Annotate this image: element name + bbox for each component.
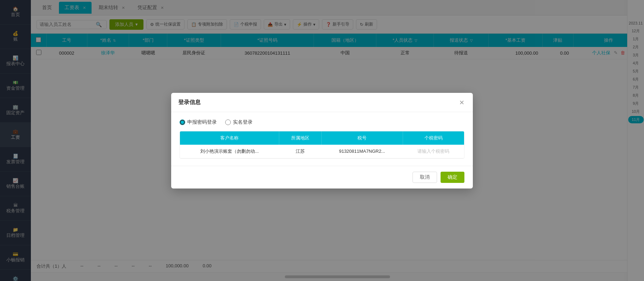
radio-realname-login[interactable]: 实名登录 xyxy=(225,119,253,125)
radio-password-login[interactable]: 申报密码登录 xyxy=(180,119,217,125)
modal-table-wrap: 客户名称 所属地区 税号 个税密码 刘小艳演示账套（勿删勿动... xyxy=(180,131,464,159)
modal-header: 登录信息 ✕ xyxy=(171,93,473,112)
modal-td-region: 江苏 xyxy=(279,145,321,158)
modal-body: 申报密码登录 实名登录 客户名称 所属地区 税号 个税密码 xyxy=(171,112,473,166)
modal-td-tax-id: 91320811MA7NGR2... xyxy=(321,145,403,158)
modal-table-row: 刘小艳演示账套（勿删勿动... 江苏 91320811MA7NGR2... 请输… xyxy=(180,145,464,158)
modal-td-password[interactable]: 请输入个税密码 xyxy=(403,145,464,158)
login-modal: 登录信息 ✕ 申报密码登录 实名登录 客户名称 xyxy=(171,93,473,189)
modal-table-header: 客户名称 所属地区 税号 个税密码 xyxy=(180,131,464,145)
modal-customer-table: 客户名称 所属地区 税号 个税密码 刘小艳演示账套（勿删勿动... xyxy=(180,131,464,158)
modal-footer: 取消 确定 xyxy=(171,166,473,189)
confirm-button[interactable]: 确定 xyxy=(441,172,464,183)
radio-password-input[interactable] xyxy=(180,119,185,125)
radio-password-label: 申报密码登录 xyxy=(187,119,217,125)
modal-th-tax-id: 税号 xyxy=(321,131,403,145)
modal-close-button[interactable]: ✕ xyxy=(457,98,466,107)
cancel-button[interactable]: 取消 xyxy=(412,172,437,183)
modal-th-customer: 客户名称 xyxy=(180,131,279,145)
login-type-radio-group: 申报密码登录 实名登录 xyxy=(180,119,464,125)
modal-th-password: 个税密码 xyxy=(403,131,464,145)
radio-realname-input[interactable] xyxy=(225,119,231,125)
modal-th-region: 所属地区 xyxy=(279,131,321,145)
modal-td-customer: 刘小艳演示账套（勿删勿动... xyxy=(180,145,279,158)
modal-overlay: 登录信息 ✕ 申报密码登录 实名登录 客户名称 xyxy=(0,0,644,281)
modal-title: 登录信息 xyxy=(178,99,201,106)
radio-realname-label: 实名登录 xyxy=(233,119,253,125)
